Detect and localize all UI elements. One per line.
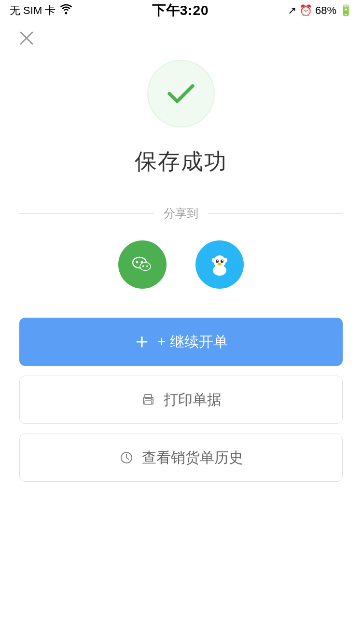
wechat-share-button[interactable]	[118, 240, 167, 289]
continue-label: + 继续开单	[157, 332, 228, 352]
status-left: 无 SIM 卡	[10, 3, 73, 18]
status-bar: 无 SIM 卡 下午3:20 ↗ ⏰ 68% 🔋	[0, 0, 362, 21]
action-buttons: + 继续开单 打印单据 查看销	[0, 318, 362, 482]
success-icon-circle	[147, 60, 215, 127]
close-button[interactable]	[14, 26, 39, 50]
plus-icon	[134, 334, 150, 350]
divider-line-left	[19, 213, 154, 214]
clock-icon	[119, 450, 134, 465]
success-title: 保存成功	[135, 147, 227, 177]
print-label: 打印单据	[164, 390, 222, 410]
status-time: 下午3:20	[152, 1, 209, 20]
print-button[interactable]: 打印单据	[19, 376, 343, 424]
svg-point-16	[223, 258, 227, 263]
main-content: 保存成功 分享到	[0, 21, 362, 482]
svg-rect-20	[145, 401, 152, 405]
svg-point-15	[212, 258, 216, 263]
svg-point-6	[142, 266, 144, 267]
battery-text: 68%	[315, 4, 336, 17]
svg-point-10	[221, 260, 223, 263]
share-icons	[118, 240, 244, 289]
svg-point-13	[218, 263, 222, 266]
svg-point-22	[151, 399, 153, 400]
svg-point-14	[213, 265, 226, 276]
battery-icon: 🔋	[339, 4, 352, 17]
svg-point-12	[222, 260, 223, 261]
continue-button[interactable]: + 继续开单	[19, 318, 343, 366]
qq-share-button[interactable]	[195, 240, 244, 289]
location-icon: ↗	[288, 4, 296, 17]
svg-point-11	[217, 260, 218, 261]
share-divider: 分享到	[0, 206, 362, 221]
wifi-icon	[59, 4, 73, 17]
svg-point-7	[146, 266, 148, 267]
share-section: 分享到	[0, 206, 362, 289]
printer-icon	[140, 392, 156, 407]
svg-point-5	[140, 263, 151, 271]
history-button[interactable]: 查看销货单历史	[19, 434, 343, 482]
svg-point-3	[136, 261, 139, 264]
svg-point-9	[216, 260, 219, 263]
divider-line-right	[208, 213, 343, 214]
svg-line-25	[126, 458, 129, 460]
alarm-icon: ⏰	[299, 4, 312, 17]
share-label: 分享到	[154, 206, 208, 221]
history-label: 查看销货单历史	[142, 448, 243, 468]
carrier-text: 无 SIM 卡	[10, 3, 56, 18]
status-right: ↗ ⏰ 68% 🔋	[288, 4, 352, 17]
